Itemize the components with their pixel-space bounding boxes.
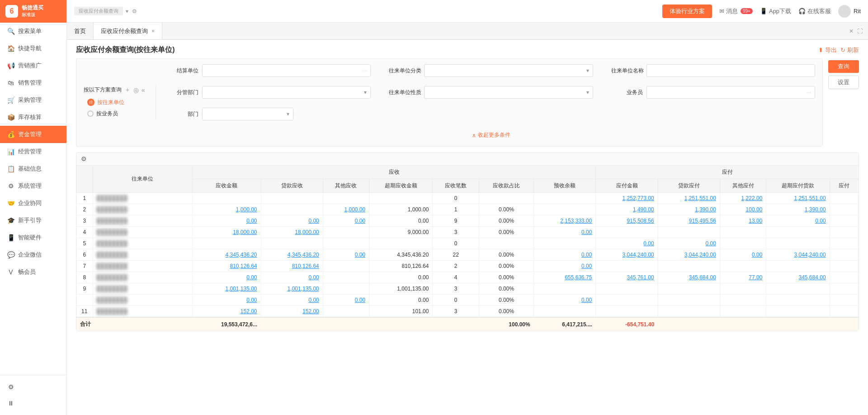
sidebar-item-search-menu[interactable]: 🔍 搜索菜单	[0, 23, 66, 40]
table-cell[interactable]: 0.00	[261, 295, 323, 306]
query-btn[interactable]: 查询	[828, 60, 859, 73]
cell-link[interactable]: 0.00	[246, 218, 257, 224]
table-cell[interactable]: 0.00	[323, 215, 369, 227]
table-cell[interactable]: 810,126.64	[261, 261, 323, 272]
table-cell[interactable]: 4,345,436.20	[193, 249, 261, 261]
table-cell[interactable]: 1,390.00	[766, 204, 830, 215]
cell-link[interactable]: 915,495.56	[689, 218, 716, 224]
scheme-option-by-salesperson[interactable]: 按业务员	[84, 108, 150, 119]
table-cell[interactable]: 915,508.56	[596, 215, 658, 227]
tab-expand-icon[interactable]: ⛶	[857, 28, 863, 34]
table-cell[interactable]: 1,490.00	[596, 204, 658, 215]
cell-link[interactable]: 345,761.00	[627, 274, 654, 281]
cell-link[interactable]: 345,684.00	[799, 274, 826, 281]
cell-link[interactable]: 1,390.00	[695, 206, 716, 213]
table-cell[interactable]: 152.00	[261, 306, 323, 318]
table-cell[interactable]: 0.00	[261, 272, 323, 283]
app-download-btn[interactable]: 📱 App下载	[760, 7, 791, 15]
sidebar-item-inventory[interactable]: 📦 库存核算	[0, 109, 66, 126]
table-cell[interactable]: 1,001,135.00	[193, 283, 261, 295]
table-cell[interactable]: 1,252,773.00	[596, 193, 658, 204]
breadcrumb-dropdown-icon[interactable]: ▾	[126, 8, 128, 14]
table-settings-icon[interactable]: ⚙	[81, 155, 87, 162]
online-service-btn[interactable]: 🎧 在线客服	[798, 7, 831, 15]
table-cell[interactable]: 1,222.00	[720, 193, 766, 204]
header-gear-icon[interactable]: ⚙	[132, 8, 137, 14]
table-cell[interactable]: 3,044,240.00	[596, 249, 658, 261]
table-cell[interactable]: 345,684.00	[766, 272, 830, 283]
cell-link[interactable]: 13.00	[749, 218, 762, 224]
table-cell[interactable]: 4,345,436.20	[261, 249, 323, 261]
table-cell[interactable]: 18,000.00	[261, 227, 323, 238]
add-scheme-icon[interactable]: ＋	[124, 86, 131, 94]
table-cell[interactable]: 1,251,551.00	[658, 193, 720, 204]
table-cell[interactable]: 13.00	[720, 215, 766, 227]
cell-link[interactable]: 152.00	[241, 308, 257, 315]
sidebar-item-system[interactable]: ⚙ 系统管理	[0, 177, 66, 195]
table-cell[interactable]: 0.00	[720, 249, 766, 261]
managing-dept-select[interactable]: ▾	[202, 86, 371, 99]
cell-link[interactable]: 18,000.00	[233, 229, 257, 235]
cell-link[interactable]: 3,044,240.00	[794, 252, 826, 258]
cell-link[interactable]: 810,126.64	[292, 263, 319, 269]
cell-link[interactable]: 1,000.00	[236, 206, 257, 213]
cell-link[interactable]: 0.00	[581, 263, 592, 269]
cell-link[interactable]: 0.00	[355, 252, 365, 258]
cell-link[interactable]: 0.00	[308, 218, 319, 224]
table-cell[interactable]: 0.00	[534, 249, 596, 261]
table-cell[interactable]: 0.00	[596, 238, 658, 249]
cell-link[interactable]: 3,044,240.00	[684, 252, 716, 258]
table-cell[interactable]: 0.00	[534, 295, 596, 306]
table-cell[interactable]: 1,000.00	[193, 204, 261, 215]
sidebar-item-guide[interactable]: 🎓 新手引导	[0, 212, 66, 229]
table-cell[interactable]: 0.00	[193, 295, 261, 306]
table-cell[interactable]: 18,000.00	[193, 227, 261, 238]
cell-link[interactable]: 0.00	[308, 274, 319, 281]
sidebar-item-vip[interactable]: V 畅会员	[0, 263, 66, 281]
cell-link[interactable]: 18,000.00	[295, 229, 319, 235]
sidebar-item-collapse[interactable]: ⏸	[0, 395, 66, 411]
cell-link[interactable]: 0.00	[752, 252, 762, 258]
settlement-unit-input[interactable]: ···	[202, 64, 371, 77]
sidebar-item-smart-hw[interactable]: 📱 智能硬件	[0, 229, 66, 246]
cell-link[interactable]: 1,252,773.00	[623, 195, 654, 201]
table-cell[interactable]: 77.00	[720, 272, 766, 283]
cell-link[interactable]: 1,222.00	[741, 195, 763, 201]
cell-link[interactable]: 1,390.00	[805, 206, 826, 213]
partner-category-select[interactable]: ▾	[424, 64, 593, 77]
table-cell[interactable]: 345,684.00	[658, 272, 720, 283]
sidebar-item-purchase[interactable]: 🛒 采购管理	[0, 91, 66, 109]
cell-link[interactable]: 0.00	[308, 297, 319, 303]
export-btn[interactable]: ⬆ 导出	[818, 46, 837, 54]
table-cell[interactable]: 0.00	[534, 261, 596, 272]
table-cell[interactable]: 915,495.56	[658, 215, 720, 227]
sidebar-item-sales[interactable]: 🛍 销售管理	[0, 74, 66, 91]
sidebar-item-quick-nav[interactable]: 🏠 快捷导航	[0, 40, 66, 57]
table-cell[interactable]: 0.00	[766, 215, 830, 227]
cell-link[interactable]: 345,684.00	[689, 274, 716, 281]
cell-link[interactable]: 4,345,436.20	[225, 252, 257, 258]
tab-arpa[interactable]: 应收应付余额查询 ×	[94, 23, 162, 39]
cell-link[interactable]: 0.00	[581, 252, 592, 258]
collapse-scheme-icon[interactable]: «	[142, 86, 145, 94]
cell-link[interactable]: 1,001,135.00	[225, 286, 257, 292]
cell-link[interactable]: 0.00	[581, 297, 592, 303]
cell-link[interactable]: 1,001,135.00	[288, 286, 319, 292]
table-cell[interactable]: 810,126.64	[193, 261, 261, 272]
cell-link[interactable]: 0.00	[581, 229, 592, 235]
sidebar-item-settings[interactable]: ⚙	[0, 379, 66, 395]
edit-scheme-icon[interactable]: ◎	[133, 86, 139, 94]
cell-link[interactable]: 810,126.64	[230, 263, 257, 269]
table-cell[interactable]: 0.00	[534, 227, 596, 238]
cell-link[interactable]: 2,153,333.00	[560, 218, 592, 224]
table-scroll[interactable]: 往来单位 应收 应付 应收金额 贷款应收 其他应收 超期应收金额 应收笔数 应收…	[76, 166, 859, 331]
cell-link[interactable]: 915,508.56	[627, 218, 654, 224]
table-cell[interactable]: 3,044,240.00	[658, 249, 720, 261]
table-cell[interactable]: 1,001,135.00	[261, 283, 323, 295]
cell-link[interactable]: 0.00	[246, 297, 257, 303]
table-cell[interactable]: 152.00	[193, 306, 261, 318]
tab-close-window-icon[interactable]: ✕	[849, 28, 854, 34]
sidebar-item-corp-wechat[interactable]: 💬 企业微信	[0, 246, 66, 263]
cell-link[interactable]: 152.00	[302, 308, 319, 315]
cell-link[interactable]: 77.00	[749, 274, 762, 281]
